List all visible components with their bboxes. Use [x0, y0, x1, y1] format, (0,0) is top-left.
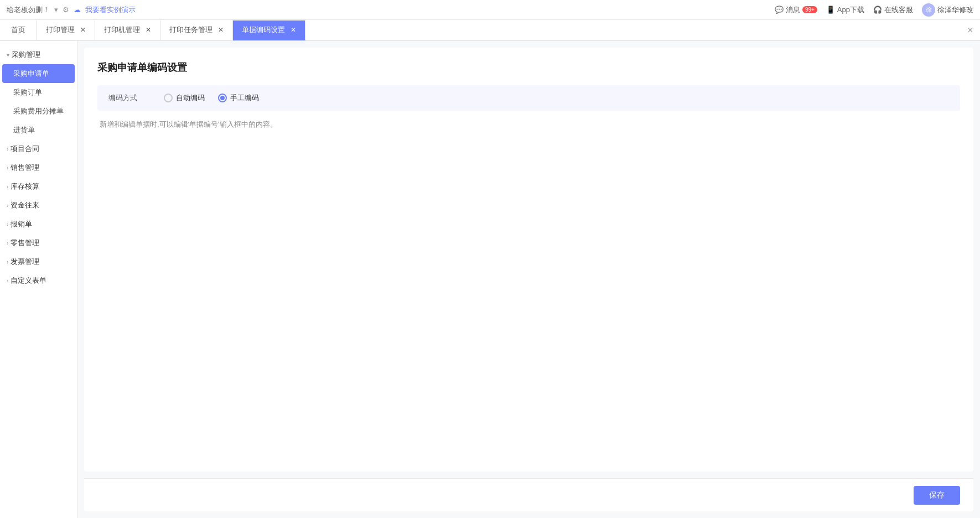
- tab-printer-mgmt-label: 打印机管理: [104, 25, 140, 35]
- sidebar-group-inventory[interactable]: › 库存核算: [0, 177, 77, 196]
- sidebar-group-project[interactable]: › 项目合同: [0, 139, 77, 158]
- tab-barcode-setting[interactable]: 单据编码设置 ✕: [233, 20, 305, 40]
- sidebar-group-purchase-arrow: ▾: [7, 52, 9, 58]
- sidebar-group-sales-arrow: ›: [7, 165, 8, 171]
- tab-print-mgmt[interactable]: 打印管理 ✕: [37, 20, 95, 40]
- message-label: 消息: [786, 5, 800, 15]
- sidebar-item-stock-in-label: 进货单: [13, 126, 35, 134]
- radio-auto-encoding[interactable]: 自动编码: [164, 93, 205, 103]
- message-badge: 99+: [802, 6, 817, 13]
- sidebar-group-return-arrow: ›: [7, 221, 8, 227]
- tab-printer-mgmt[interactable]: 打印机管理 ✕: [95, 20, 160, 40]
- app-download-label: App下载: [837, 5, 864, 15]
- hint-text: 新增和编辑单据时,可以编辑'单据编号'输入框中的内容。: [97, 120, 960, 130]
- sidebar-group-purchase-label: 采购管理: [12, 50, 40, 60]
- sidebar-group-return[interactable]: › 报销单: [0, 215, 77, 234]
- sidebar-group-project-label: 项目合同: [11, 144, 39, 154]
- radio-auto-label: 自动编码: [176, 93, 205, 103]
- sidebar-item-purchase-order[interactable]: 采购订单: [0, 83, 77, 102]
- gear-icon[interactable]: ⚙: [63, 6, 69, 14]
- sidebar-group-return-label: 报销单: [11, 219, 32, 229]
- radio-auto-circle: [164, 94, 173, 102]
- tab-bar-end: ✕: [305, 20, 980, 40]
- app-icon: 📱: [826, 6, 835, 14]
- tab-print-task-label: 打印任务管理: [169, 25, 212, 35]
- sidebar-group-custom-form-arrow: ›: [7, 278, 8, 284]
- sidebar-group-sales-label: 销售管理: [11, 163, 39, 173]
- tab-printer-mgmt-close[interactable]: ✕: [146, 26, 151, 34]
- sidebar-group-retail-arrow: ›: [7, 240, 8, 246]
- top-bar-left: 给老板勿删！ ▾ ⚙ ☁ 我要看实例演示: [7, 5, 136, 15]
- sidebar-group-invoice[interactable]: › 发票管理: [0, 252, 77, 271]
- radio-manual-label: 手工编码: [230, 93, 259, 103]
- sidebar-item-purchase-order-label: 采购订单: [13, 88, 42, 96]
- tab-print-mgmt-label: 打印管理: [46, 25, 75, 35]
- user-name: 徐泽华修改: [937, 5, 973, 15]
- chevron-down-icon[interactable]: ▾: [54, 6, 58, 14]
- tab-print-task-close[interactable]: ✕: [218, 26, 224, 34]
- tab-barcode-setting-label: 单据编码设置: [242, 25, 285, 35]
- sidebar-group-finance-label: 资金往来: [11, 200, 39, 210]
- radio-manual-circle: [218, 94, 227, 102]
- demo-link[interactable]: 我要看实例演示: [85, 5, 136, 15]
- sidebar-group-finance-arrow: ›: [7, 203, 8, 209]
- sidebar-group-retail-label: 零售管理: [11, 238, 39, 248]
- save-button[interactable]: 保存: [914, 486, 960, 505]
- sidebar-group-inventory-arrow: ›: [7, 184, 8, 190]
- sidebar-group-retail[interactable]: › 零售管理: [0, 234, 77, 252]
- content-main: 采购申请单编码设置 编码方式 自动编码 手工编码 新增和编辑单据时,可以编辑'单…: [84, 48, 973, 472]
- tab-print-mgmt-close[interactable]: ✕: [80, 26, 86, 34]
- tab-print-task[interactable]: 打印任务管理 ✕: [160, 20, 233, 40]
- sidebar-group-invoice-arrow: ›: [7, 259, 8, 265]
- headset-icon: 🎧: [873, 6, 882, 14]
- sidebar-group-invoice-label: 发票管理: [11, 257, 39, 267]
- hint-text-content: 新增和编辑单据时,可以编辑'单据编号'输入框中的内容。: [100, 120, 277, 128]
- sidebar-item-purchase-request[interactable]: 采购申请单: [2, 64, 75, 83]
- message-button[interactable]: 💬 消息 99+: [775, 5, 817, 15]
- sidebar-group-project-arrow: ›: [7, 146, 8, 152]
- sidebar-item-purchase-request-label: 采购申请单: [13, 69, 49, 77]
- content-area: 采购申请单编码设置 编码方式 自动编码 手工编码 新增和编辑单据时,可以编辑'单…: [77, 41, 980, 518]
- close-all-tabs-icon[interactable]: ✕: [967, 26, 973, 34]
- main-layout: ▾ 采购管理 采购申请单 采购订单 采购费用分摊单 进货单 › 项目合同 › 销…: [0, 41, 980, 518]
- encoding-section: 编码方式 自动编码 手工编码: [97, 85, 960, 111]
- message-icon: 💬: [775, 6, 784, 14]
- sidebar-group-purchase[interactable]: ▾ 采购管理: [0, 45, 77, 64]
- sidebar-group-custom-form-label: 自定义表单: [11, 276, 46, 286]
- content-footer: 保存: [84, 478, 973, 511]
- cloud-icon: ☁: [74, 6, 81, 14]
- online-service-button[interactable]: 🎧 在线客服: [873, 5, 913, 15]
- encoding-label: 编码方式: [108, 93, 142, 103]
- sidebar-item-purchase-expense[interactable]: 采购费用分摊单: [0, 102, 77, 121]
- tab-home[interactable]: 首页: [0, 20, 37, 40]
- sidebar-group-purchase-items: 采购申请单 采购订单 采购费用分摊单 进货单: [0, 64, 77, 139]
- sidebar-group-custom-form[interactable]: › 自定义表单: [0, 271, 77, 290]
- user-menu[interactable]: 徐 徐泽华修改: [922, 3, 973, 17]
- encoding-radio-group: 自动编码 手工编码: [164, 93, 259, 103]
- app-download-button[interactable]: 📱 App下载: [826, 5, 864, 15]
- sidebar: ▾ 采购管理 采购申请单 采购订单 采购费用分摊单 进货单 › 项目合同 › 销…: [0, 41, 77, 518]
- avatar-icon: 徐: [922, 3, 935, 17]
- radio-manual-encoding[interactable]: 手工编码: [218, 93, 259, 103]
- sidebar-item-stock-in[interactable]: 进货单: [0, 121, 77, 139]
- online-service-label: 在线客服: [884, 5, 913, 15]
- sidebar-group-finance[interactable]: › 资金往来: [0, 196, 77, 215]
- top-bar: 给老板勿删！ ▾ ⚙ ☁ 我要看实例演示 💬 消息 99+ 📱 App下载 🎧 …: [0, 0, 980, 20]
- tab-bar: 首页 打印管理 ✕ 打印机管理 ✕ 打印任务管理 ✕ 单据编码设置 ✕ ✕: [0, 20, 980, 41]
- top-bar-right: 💬 消息 99+ 📱 App下载 🎧 在线客服 徐 徐泽华修改: [775, 3, 973, 17]
- brand-text: 给老板勿删！: [7, 5, 50, 15]
- sidebar-item-purchase-expense-label: 采购费用分摊单: [13, 107, 64, 115]
- page-title: 采购申请单编码设置: [97, 61, 960, 74]
- sidebar-group-inventory-label: 库存核算: [11, 182, 39, 191]
- tab-barcode-setting-close[interactable]: ✕: [291, 26, 296, 34]
- sidebar-group-sales[interactable]: › 销售管理: [0, 158, 77, 177]
- tab-home-label: 首页: [11, 25, 25, 35]
